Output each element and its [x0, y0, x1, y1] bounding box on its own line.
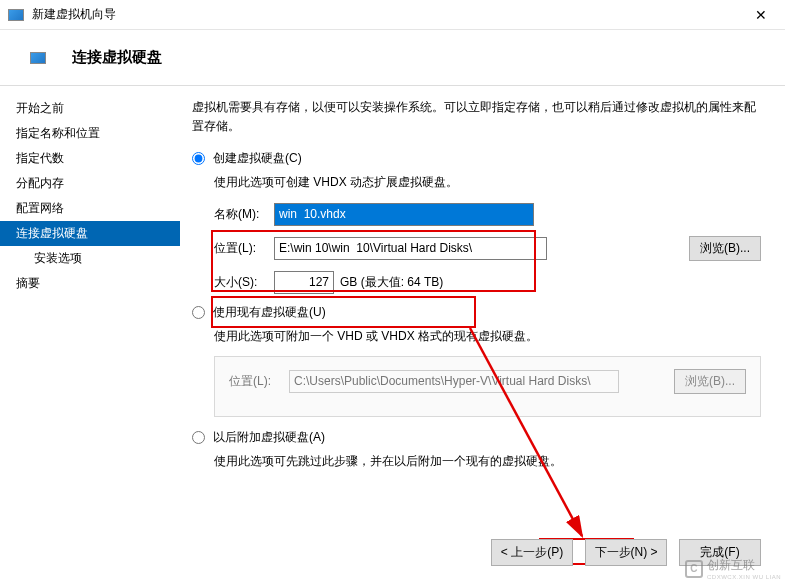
sidebar-item-summary[interactable]: 摘要	[0, 271, 180, 296]
radio-attach-later[interactable]	[192, 431, 205, 444]
page-title: 连接虚拟硬盘	[72, 48, 162, 67]
radio-existing-disk[interactable]	[192, 306, 205, 319]
radio-existing-label: 使用现有虚拟硬盘(U)	[213, 304, 326, 321]
sidebar: 开始之前 指定名称和位置 指定代数 分配内存 配置网络 连接虚拟硬盘 安装选项 …	[0, 90, 180, 540]
size-input[interactable]	[274, 271, 334, 294]
header-icon	[30, 52, 46, 64]
watermark: C 创新互联 CDXWCX.XIN WU LIAN	[685, 557, 781, 580]
option-later-desc: 使用此选项可先跳过此步骤，并在以后附加一个现有的虚拟硬盘。	[214, 452, 761, 471]
wizard-body: 开始之前 指定名称和位置 指定代数 分配内存 配置网络 连接虚拟硬盘 安装选项 …	[0, 90, 785, 540]
size-label: 大小(S):	[214, 274, 274, 291]
location-label: 位置(L):	[214, 240, 274, 257]
radio-later-label: 以后附加虚拟硬盘(A)	[213, 429, 325, 446]
main-panel: 虚拟机需要具有存储，以便可以安装操作系统。可以立即指定存储，也可以稍后通过修改虚…	[180, 90, 785, 540]
existing-groupbox: 位置(L): 浏览(B)...	[214, 356, 761, 417]
create-fields: 名称(M): 位置(L): 浏览(B)... 大小(S): GB (最大值: 6…	[214, 203, 761, 294]
sidebar-item-before-begin[interactable]: 开始之前	[0, 96, 180, 121]
window-title: 新建虚拟机向导	[32, 6, 745, 23]
watermark-sub: CDXWCX.XIN WU LIAN	[707, 574, 781, 580]
option-create-desc: 使用此选项可创建 VHDX 动态扩展虚拟硬盘。	[214, 173, 761, 192]
description-text: 虚拟机需要具有存储，以便可以安装操作系统。可以立即指定存储，也可以稍后通过修改虚…	[192, 98, 761, 136]
divider	[0, 85, 785, 86]
option-later-row: 以后附加虚拟硬盘(A)	[192, 429, 761, 446]
watermark-logo-icon: C	[685, 560, 703, 578]
prev-button[interactable]: < 上一步(P)	[491, 539, 573, 566]
existing-location-input	[289, 370, 619, 393]
existing-browse-button: 浏览(B)...	[674, 369, 746, 394]
name-input[interactable]	[274, 203, 534, 226]
wizard-header: 连接虚拟硬盘	[0, 30, 785, 85]
radio-create-disk[interactable]	[192, 152, 205, 165]
sidebar-item-virtual-disk[interactable]: 连接虚拟硬盘	[0, 221, 180, 246]
browse-button[interactable]: 浏览(B)...	[689, 236, 761, 261]
existing-location-label: 位置(L):	[229, 373, 289, 390]
sidebar-item-memory[interactable]: 分配内存	[0, 171, 180, 196]
option-create-row: 创建虚拟硬盘(C)	[192, 150, 761, 167]
sidebar-item-network[interactable]: 配置网络	[0, 196, 180, 221]
watermark-text: 创新互联	[707, 557, 781, 574]
size-unit: GB (最大值: 64 TB)	[340, 274, 443, 291]
sidebar-item-install-options[interactable]: 安装选项	[0, 246, 180, 271]
app-icon	[8, 9, 24, 21]
option-existing-desc: 使用此选项可附加一个 VHD 或 VHDX 格式的现有虚拟硬盘。	[214, 327, 761, 346]
name-label: 名称(M):	[214, 206, 274, 223]
close-icon[interactable]: ✕	[745, 2, 777, 28]
radio-create-label: 创建虚拟硬盘(C)	[213, 150, 302, 167]
sidebar-item-name-location[interactable]: 指定名称和位置	[0, 121, 180, 146]
titlebar: 新建虚拟机向导 ✕	[0, 0, 785, 30]
option-existing-row: 使用现有虚拟硬盘(U)	[192, 304, 761, 321]
next-button[interactable]: 下一步(N) >	[585, 539, 667, 566]
location-input[interactable]	[274, 237, 547, 260]
sidebar-item-generation[interactable]: 指定代数	[0, 146, 180, 171]
